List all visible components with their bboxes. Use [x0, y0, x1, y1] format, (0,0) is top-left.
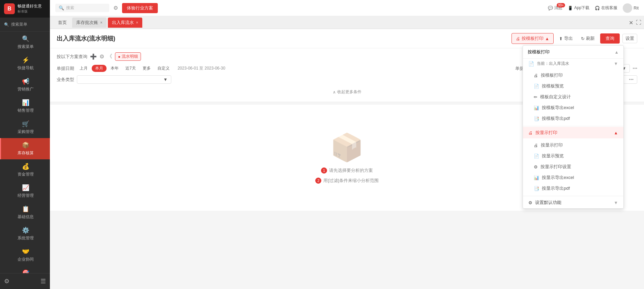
template-print-chevron: ▲ [545, 36, 549, 41]
tab-home-label: 首页 [58, 20, 67, 26]
dropdown-item-display-print-settings[interactable]: ⚙ 按显示打印设置 [523, 161, 623, 172]
dropdown-close[interactable]: ▲ [614, 50, 619, 55]
sidebar-item-search[interactable]: 🔍 搜索菜单 [0, 32, 50, 53]
service-icon: 🎧 [595, 6, 600, 10]
template-export-pdf-label: 按模板导出pdf [542, 115, 570, 122]
date-tab-本月[interactable]: 本月 [92, 65, 107, 72]
settings-default-item[interactable]: ⚙ 设置默认功能 ▼ [523, 197, 623, 208]
logo-name: 畅捷通好生意 [18, 4, 42, 9]
display-print-settings-icon: ⚙ [534, 164, 538, 169]
hint-num-2: 2 [315, 178, 321, 184]
refresh-icon: ↻ [581, 36, 585, 41]
service-btn[interactable]: 🎧 在线客服 [595, 5, 617, 11]
sidebar-item-operation[interactable]: 📈 经营管理 [0, 181, 50, 202]
menu-footer-icon[interactable]: ☰ [40, 278, 46, 285]
purchase-icon: 🛒 [22, 120, 29, 128]
current-label: 当前：出入库流水 [537, 61, 569, 67]
display-section: 🖨 按显示打印 📄 按显示预览 ⚙ 按显示打印设置 📊 按显示导出excel 📑… [523, 138, 623, 195]
topbar-search[interactable]: 🔍 搜索 [55, 4, 109, 12]
dropdown-item-display-preview[interactable]: 📄 按显示预览 [523, 151, 623, 161]
section-divider-2 [523, 196, 623, 196]
industry-btn[interactable]: 体验行业方案 [122, 3, 158, 13]
sidebar-item-inventory[interactable]: 📦 库存核算 [0, 138, 50, 159]
selected-tag[interactable]: ● 流水明细 [115, 52, 141, 61]
sidebar-item-sales[interactable]: 📊 销售管理 [0, 96, 50, 117]
tab-expand-icon[interactable]: ⛶ [636, 20, 641, 26]
refresh-btn[interactable]: ↻ 刷新 [578, 34, 597, 43]
user-avatar-btn[interactable]: Rit [623, 3, 639, 13]
logo-icon: B [4, 3, 15, 14]
template-export-excel-icon: 📊 [534, 105, 539, 110]
tab-flow[interactable]: 出入库流水 × [108, 18, 142, 28]
section-divider [523, 126, 623, 126]
sidebar-item-marketing[interactable]: 📢 营销推广 [0, 74, 50, 96]
business-type-select[interactable]: ▼ [77, 75, 171, 84]
sidebar-item-purchase[interactable]: 🛒 采购管理 [0, 117, 50, 138]
template-print-btn[interactable]: 🖨 按模板打印 ▲ [511, 33, 554, 44]
filter-collapse-icon[interactable]: 《 [107, 53, 112, 60]
date-tab-本年[interactable]: 本年 [108, 65, 121, 72]
sidebar-item-cooperation[interactable]: 🤝 企业协同 [0, 244, 50, 266]
sidebar-item-shortcut[interactable]: ⚡ 快捷导航 [0, 53, 50, 74]
warehouse-more[interactable]: ••• [629, 77, 634, 82]
template-preview-label: 按模板预览 [542, 83, 564, 89]
tab-batch[interactable]: 库存批次账 × [72, 18, 107, 28]
tab-flow-close[interactable]: × [136, 20, 138, 25]
date-tab-上月[interactable]: 上月 [77, 65, 90, 72]
settings-btn[interactable]: 设置 [622, 34, 637, 43]
dropdown-item-template-export-excel[interactable]: 📊 按模板导出excel [523, 102, 623, 113]
tab-collapse-icon[interactable]: ✕ [629, 20, 633, 26]
empty-hint-1: 1 请先选择要分析的方案 [321, 167, 373, 174]
sidebar-search-container[interactable]: 🔍 搜索菜单 [0, 18, 50, 32]
export-btn[interactable]: ⬆ 导出 [556, 34, 576, 43]
dropdown-item-template-custom[interactable]: ✏ 模板自定义设计 [523, 91, 623, 102]
collapse-icon: ∧ [333, 90, 336, 95]
doc-type-more[interactable]: ••• [633, 66, 637, 71]
dropdown-item-display-export-excel[interactable]: 📊 按显示导出excel [523, 172, 623, 183]
sidebar-item-finance[interactable]: 💰 资金管理 [0, 159, 50, 181]
query-btn[interactable]: 查询 [600, 33, 620, 44]
message-icon: 💬 [548, 6, 553, 10]
message-btn[interactable]: 💬 消息 99+ [548, 5, 562, 11]
topbar-settings-icon[interactable]: ⚙ [113, 5, 118, 11]
page-top-actions: 🖨 按模板打印 ▲ ⬆ 导出 ↻ 刷新 查询 设置 [511, 33, 637, 44]
dropdown-item-template-preview[interactable]: 📄 按模板预览 [523, 81, 623, 91]
cooperation-icon: 🤝 [22, 248, 29, 255]
avatar [623, 3, 632, 13]
filter-settings-icon[interactable]: ⚙ [99, 53, 104, 60]
sidebar-item-system[interactable]: ⚙️ 系统管理 [0, 223, 50, 244]
display-print-settings-label: 按显示打印设置 [540, 164, 571, 170]
date-tab-自定义[interactable]: 自定义 [155, 65, 172, 72]
finance-icon: 💰 [22, 163, 29, 170]
empty-hint-2: 2 用[过滤]条件来缩小分析范围 [315, 178, 378, 184]
template-custom-icon: ✏ [534, 95, 537, 100]
sidebar-search-button[interactable]: 🔍 搜索菜单 [4, 20, 46, 29]
tab-home[interactable]: 首页 [54, 18, 71, 28]
tag-label: 流水明细 [122, 54, 138, 59]
topbar-right: 💬 消息 99+ 📱 App下载 🎧 在线客服 Rit [548, 3, 639, 13]
search-label: 搜索菜单 [18, 44, 34, 50]
template-export-excel-label: 按模板导出excel [542, 105, 574, 111]
operation-label: 经营管理 [18, 193, 34, 199]
marketing-label: 营销推广 [18, 86, 34, 92]
date-tab-近7天[interactable]: 近7天 [123, 65, 139, 72]
dropdown-item-display-export-pdf[interactable]: 📑 按显示导出pdf [523, 183, 623, 194]
dropdown-item-template-print[interactable]: 🖨 按模板打印 [523, 70, 623, 81]
dropdown-item-template-export-pdf[interactable]: 📑 按模板导出pdf [523, 113, 623, 124]
display-section-header[interactable]: 🖨 按显示打印 ▲ [523, 127, 623, 138]
display-export-pdf-label: 按显示导出pdf [542, 185, 570, 191]
sidebar-item-guide[interactable]: 🎯 新手引导 [0, 266, 50, 273]
tab-batch-close[interactable]: × [100, 20, 103, 25]
app-download-btn[interactable]: 📱 App下载 [568, 5, 589, 11]
system-icon: ⚙️ [22, 227, 29, 234]
settings-default-icon: ⚙ [528, 200, 532, 205]
dropdown-item-display-print[interactable]: 🖨 按显示打印 [523, 140, 623, 151]
tabbar: 首页 库存批次账 × 出入库流水 × ✕ ⛶ [50, 16, 644, 29]
settings-footer-icon[interactable]: ⚙ [4, 278, 9, 285]
sidebar-footer: ⚙ ☰ [0, 273, 50, 289]
date-tab-更多[interactable]: 更多 [140, 65, 153, 72]
sidebar-item-basic[interactable]: 📋 基础信息 [0, 202, 50, 223]
display-section-chevron: ▲ [614, 130, 618, 135]
display-export-pdf-icon: 📑 [534, 186, 539, 191]
filter-add-icon[interactable]: ➕ [90, 53, 97, 60]
